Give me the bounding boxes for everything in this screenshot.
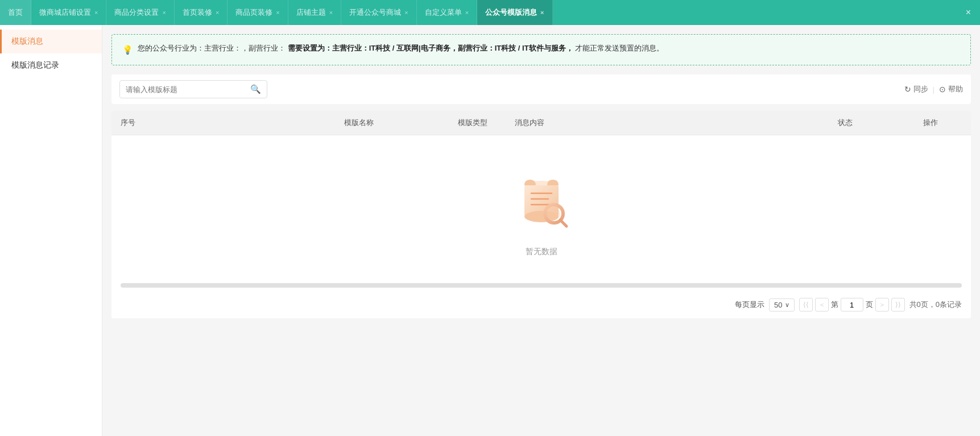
empty-state: 暂无数据 <box>111 135 971 280</box>
col-type: 模版类型 <box>449 111 506 135</box>
prev-page-button[interactable]: ＜ <box>815 298 829 312</box>
pagination-row: 每页显示 50 ∨ ⟨⟨ ＜ 第 页 ＞ ⟩⟩ 共0页，0条记录 <box>111 291 971 318</box>
empty-text: 暂无数据 <box>526 247 557 257</box>
data-table-wrap: 序号 模版名称 模版类型 消息内容 状态 操作 <box>111 111 971 318</box>
nav-tab-product-category[interactable]: 商品分类设置 × <box>106 0 174 25</box>
close-tab-homepage-decor[interactable]: × <box>216 9 219 16</box>
nav-tab-shop-theme[interactable]: 店铺主题 × <box>288 0 341 25</box>
col-name: 模版名称 <box>335 111 449 135</box>
nav-tab-product-decor[interactable]: 商品页装修 × <box>228 0 288 25</box>
col-seq: 序号 <box>111 111 335 135</box>
page-size-label: 每页显示 <box>735 300 764 310</box>
last-page-button[interactable]: ⟩⟩ <box>891 298 905 312</box>
search-button[interactable]: 🔍 <box>245 81 267 98</box>
empty-illustration <box>507 169 576 238</box>
fake-scrollbar[interactable] <box>121 283 962 288</box>
main-content: 💡 您的公众号行业为：主营行业：，副营行业： 需要设置为：主营行业：IT科技 /… <box>102 25 980 436</box>
search-icon: 🔍 <box>250 84 261 94</box>
toolbar-right: ↻ 同步 | ⊙ 帮助 <box>904 84 963 94</box>
alert-text: 您的公众号行业为：主营行业：，副营行业： 需要设置为：主营行业：IT科技 / 互… <box>138 43 664 55</box>
search-bar-row: 🔍 ↻ 同步 | ⊙ 帮助 <box>111 74 971 104</box>
toolbar-divider: | <box>933 85 934 94</box>
help-icon: ⊙ <box>939 85 946 94</box>
sidebar-item-template-record[interactable]: 模版消息记录 <box>0 53 102 77</box>
search-input[interactable] <box>120 82 245 97</box>
table-header: 序号 模版名称 模版类型 消息内容 状态 操作 <box>111 111 971 135</box>
col-status: 状态 <box>829 111 914 135</box>
col-content: 消息内容 <box>506 111 829 135</box>
nav-tab-custom-menu[interactable]: 自定义菜单 × <box>417 0 477 25</box>
chevron-down-icon: ∨ <box>785 301 789 309</box>
close-tab-custom-menu[interactable]: × <box>465 9 469 16</box>
sync-button[interactable]: ↻ 同步 <box>904 84 928 94</box>
nav-tab-home[interactable]: 首页 <box>0 0 31 25</box>
close-all-button[interactable]: × <box>957 0 980 25</box>
help-button[interactable]: ⊙ 帮助 <box>939 84 963 94</box>
sidebar-item-template-message[interactable]: 模版消息 <box>0 30 102 53</box>
sync-icon: ↻ <box>904 85 911 94</box>
col-action: 操作 <box>914 111 971 135</box>
nav-tab-open-mall[interactable]: 开通公众号商城 × <box>341 0 416 25</box>
scrollbar-row <box>111 280 971 291</box>
table-body: 暂无数据 <box>111 135 971 280</box>
close-tab-wechat-shop[interactable]: × <box>94 9 98 16</box>
page-nav: ⟨⟨ ＜ 第 页 ＞ ⟩⟩ <box>799 298 905 312</box>
close-tab-product-category[interactable]: × <box>162 9 166 16</box>
svg-point-7 <box>548 207 560 220</box>
sidebar: 模版消息 模版消息记录 <box>0 25 102 436</box>
alert-box: 💡 您的公众号行业为：主营行业：，副营行业： 需要设置为：主营行业：IT科技 /… <box>111 34 971 65</box>
nav-tab-template-msg[interactable]: 公众号模版消息 × <box>477 0 552 25</box>
close-tab-product-decor[interactable]: × <box>276 9 279 16</box>
next-page-button[interactable]: ＞ <box>875 298 889 312</box>
nav-tab-homepage-decor[interactable]: 首页装修 × <box>175 0 228 25</box>
nav-tab-wechat-shop[interactable]: 微商城店铺设置 × <box>31 0 106 25</box>
close-tab-template-msg[interactable]: × <box>540 9 544 16</box>
page-number-input[interactable] <box>841 298 863 312</box>
page-total: 共0页，0条记录 <box>909 300 962 310</box>
data-table: 序号 模版名称 模版类型 消息内容 状态 操作 <box>111 111 971 280</box>
close-tab-shop-theme[interactable]: × <box>329 9 333 16</box>
search-input-wrap: 🔍 <box>119 80 267 98</box>
page-size-select[interactable]: 50 ∨ <box>769 298 794 312</box>
close-tab-open-mall[interactable]: × <box>404 9 408 16</box>
main-layout: 模版消息 模版消息记录 💡 您的公众号行业为：主营行业：，副营行业： 需要设置为… <box>0 25 980 436</box>
alert-icon: 💡 <box>122 43 133 57</box>
empty-row: 暂无数据 <box>111 135 971 280</box>
top-nav: 首页 微商城店铺设置 × 商品分类设置 × 首页装修 × 商品页装修 × 店铺主… <box>0 0 980 25</box>
svg-line-8 <box>560 220 567 226</box>
first-page-button[interactable]: ⟨⟨ <box>799 298 813 312</box>
